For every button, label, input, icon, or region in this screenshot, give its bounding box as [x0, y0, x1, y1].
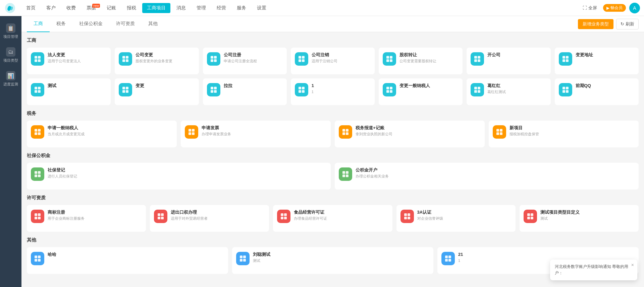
card-top: 测试项目类型目定义 测试: [524, 210, 635, 223]
card-top: 变更地址: [559, 52, 635, 66]
card-icon: [559, 52, 572, 66]
fullscreen-icon: ⛶: [583, 5, 587, 10]
service-card-哈哈[interactable]: 哈哈: [27, 247, 228, 274]
service-card-葛红红[interactable]: 葛红红 葛红红测试: [467, 78, 550, 105]
nav-item-消息[interactable]: 消息: [172, 3, 191, 13]
card-top: 1 1: [295, 83, 371, 96]
member-button[interactable]: ▶ 畅会员: [603, 4, 626, 12]
service-card-商标注册[interactable]: 商标注册 用于企业商标注册服务: [27, 205, 146, 232]
service-card-公积金开户[interactable]: 公积金开户 办理公积金相关业务: [335, 163, 639, 190]
svg-rect-67: [342, 132, 345, 135]
service-card-1[interactable]: 1 1: [291, 78, 375, 105]
card-desc: 对企业信誉评级: [417, 216, 512, 221]
service-card-变更[interactable]: 变更: [115, 78, 199, 105]
svg-rect-60: [38, 132, 41, 135]
nav-item-设置[interactable]: 设置: [252, 3, 271, 13]
svg-rect-80: [346, 174, 348, 177]
service-card-公司注册[interactable]: 公司注册 申请公司注册全流程: [203, 48, 287, 74]
card-desc: 葛红红测试: [487, 89, 546, 94]
nav-item-服务[interactable]: 服务: [232, 3, 251, 13]
nav-item-客户[interactable]: 客户: [42, 3, 60, 13]
service-card-前期QQ[interactable]: 前期QQ: [555, 78, 639, 105]
user-avatar[interactable]: A: [629, 3, 640, 13]
tab-社保公积金[interactable]: 社保公积金: [72, 16, 109, 32]
service-card-公司变更[interactable]: 公司变更 股权变更外的业务变更: [115, 48, 199, 74]
service-card-社保登记[interactable]: 社保登记 进行人员社保登记: [27, 163, 331, 190]
card-icon: [493, 125, 506, 139]
svg-rect-81: [35, 213, 37, 216]
service-card-税务报道+记账[interactable]: 税务报道+记账 拿到营业执照的新公司: [335, 121, 485, 147]
service-card-新项目[interactable]: 新项目 报税加税控盘保管: [489, 121, 639, 147]
fullscreen-btn[interactable]: ⛶ 全屏: [580, 4, 600, 12]
service-card-测试项目类型目定义[interactable]: 测试项目类型目定义 测试: [520, 205, 639, 232]
service-card-刘聪测试[interactable]: 刘聪测试 测试: [232, 247, 433, 274]
card-name: 申请一般纳税人: [48, 125, 173, 131]
nav-item-票据[interactable]: 票据new: [82, 3, 101, 13]
nav-item-管理[interactable]: 管理: [192, 3, 211, 13]
nav-item-经营[interactable]: 经营: [212, 3, 231, 13]
service-card-变更一般纳税人[interactable]: 变更一般纳税人: [379, 78, 463, 105]
card-icon: [559, 83, 572, 96]
nav-item-收费[interactable]: 收费: [62, 3, 80, 13]
service-card-申请发票[interactable]: 申请发票 办理申请发票业务: [181, 121, 331, 147]
add-type-button[interactable]: 新增业务类型: [578, 19, 613, 29]
service-card-进出口权办理[interactable]: 进出口权办理 适用于对外贸易经营者: [150, 205, 269, 232]
service-card-测试[interactable]: 测试: [27, 78, 111, 105]
notification-box: × 河北税务数字账户升级影响通知 尊敬的用户：: [550, 260, 637, 280]
svg-rect-84: [38, 217, 41, 219]
svg-rect-48: [390, 90, 392, 93]
service-card-法人变更[interactable]: 法人变更 适用于公司变更法人: [27, 48, 111, 74]
card-icon: [31, 252, 44, 265]
card-icon: [31, 83, 44, 96]
card-top: 前期QQ: [559, 83, 635, 96]
svg-rect-110: [448, 256, 451, 258]
section-title-gongshang: 工商: [27, 38, 639, 44]
card-text: 变更一般纳税人: [399, 83, 459, 89]
service-card-开公司[interactable]: 开公司: [467, 48, 550, 74]
nav-item-首页[interactable]: 首页: [21, 3, 40, 13]
svg-rect-4: [38, 59, 41, 62]
card-text: 商标注册 用于企业商标注册服务: [48, 210, 142, 221]
svg-rect-95: [404, 217, 407, 219]
service-card-公司注销[interactable]: 公司注销 适用于注销公司: [291, 48, 375, 74]
tab-工商[interactable]: 工商: [27, 16, 50, 32]
sidebar-icon: 📊: [6, 71, 15, 80]
tab-税务[interactable]: 税务: [50, 16, 72, 32]
svg-rect-103: [35, 259, 37, 262]
svg-rect-39: [211, 90, 213, 93]
card-top: 法人变更 适用于公司变更法人: [31, 52, 107, 66]
service-card-食品经营许可证[interactable]: 食品经营许可证 办理食品经营许可证: [273, 205, 392, 232]
notification-close-button[interactable]: ×: [631, 262, 634, 268]
svg-rect-101: [35, 256, 37, 258]
card-top: 哈哈: [31, 252, 224, 265]
service-card-股权转让[interactable]: 股权转让 公司变更需要股权转让: [379, 48, 463, 74]
service-card-变更地址[interactable]: 变更地址: [555, 48, 639, 74]
service-card-拉拉[interactable]: 拉拉: [203, 78, 287, 105]
card-top: 公司注销 适用于注销公司: [295, 52, 371, 66]
card-desc: 拿到营业执照的新公司: [356, 132, 481, 137]
tab-许可资质[interactable]: 许可资质: [109, 16, 142, 32]
card-text: 申请一般纳税人 当月或次月成变更完成: [48, 125, 173, 137]
sidebar-item-项目类型[interactable]: 🗂 项目类型: [1, 45, 20, 66]
service-card-3A认证[interactable]: 3A认证 对企业信誉评级: [396, 205, 516, 232]
service-card-申请一般纳税人[interactable]: 申请一般纳税人 当月或次月成变更完成: [27, 121, 177, 147]
svg-rect-88: [161, 217, 164, 219]
svg-rect-41: [299, 87, 301, 89]
card-text: 测试: [48, 83, 107, 89]
tab-其他[interactable]: 其他: [142, 16, 164, 32]
sidebar-item-进度监测[interactable]: 📊 进度监测: [1, 68, 20, 89]
svg-rect-77: [342, 171, 345, 174]
card-name: 股权转让: [399, 52, 459, 58]
card-top: 葛红红 葛红红测试: [471, 83, 546, 96]
card-icon: [31, 125, 44, 139]
svg-rect-82: [38, 213, 41, 216]
nav-item-报税[interactable]: 报税: [122, 3, 141, 13]
nav-item-记账[interactable]: 记账: [102, 3, 121, 13]
sidebar-item-项目管理[interactable]: 📋 项目管理: [1, 21, 20, 42]
svg-rect-22: [478, 56, 480, 59]
app-logo[interactable]: [4, 2, 16, 14]
card-text: 税务报道+记账 拿到营业执照的新公司: [356, 125, 481, 137]
nav-item-工商项目[interactable]: 工商项目: [142, 3, 170, 13]
refresh-button[interactable]: ↻ 刷新: [616, 19, 639, 29]
card-icon: [471, 52, 484, 66]
